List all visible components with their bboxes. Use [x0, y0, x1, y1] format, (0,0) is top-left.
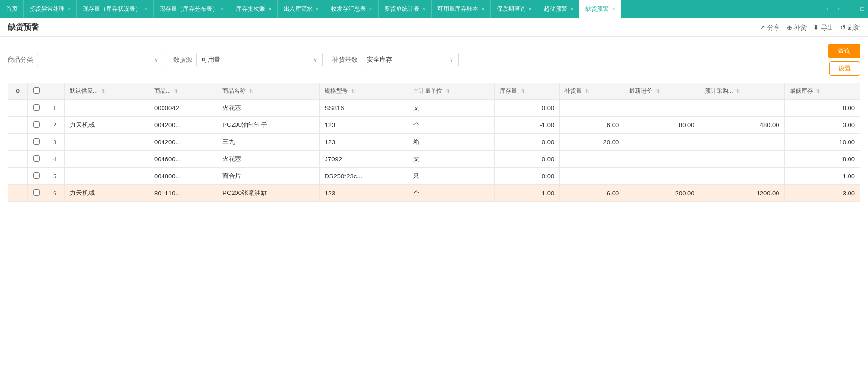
tab-close-shortage[interactable]: × [612, 6, 615, 12]
category-select[interactable]: ∨ [37, 54, 163, 66]
tab-order-stat[interactable]: 要货单统计表× [379, 0, 432, 18]
tab-label-abnormal: 拣货异常处理 [30, 5, 65, 13]
col-stock-label: 库存量 [500, 88, 517, 94]
select-all-checkbox[interactable] [33, 87, 40, 94]
tab-label-order-stat: 要货单统计表 [384, 5, 419, 13]
sort-stock-icon[interactable]: ⇅ [521, 88, 524, 94]
cell-product-name: 火花塞 [217, 151, 320, 168]
cell-supplier: 力天机械 [65, 185, 149, 202]
cell-replenish-qty: 20.00 [560, 134, 624, 151]
replenish-base-filter-group: 补货基数 安全库存 ∨ [332, 53, 459, 67]
tab-close-recv-summary[interactable]: × [369, 6, 372, 12]
cell-replenish-qty [560, 100, 624, 117]
table-row: 3004200...三九123箱0.0020.0010.00 [8, 134, 860, 151]
tab-abnormal[interactable]: 拣货异常处理× [24, 0, 77, 18]
cell-min-stock: 3.00 [784, 185, 860, 202]
query-button[interactable]: 查询 [828, 44, 860, 58]
cell-settings [8, 134, 28, 151]
tab-close-order-stat[interactable]: × [422, 6, 425, 12]
page-container: 缺货预警 ↗ 分享 ⊕ 补货 ⬇ 导出 ↺ 刷新 商品分类 [0, 18, 868, 387]
col-header-latest-price: 最新进价 ⇅ [624, 83, 700, 100]
tab-minimize-btn[interactable]: — [845, 0, 856, 18]
cell-product-name: 离合片 [217, 168, 320, 185]
filter-right-actions: 查询 设置 [828, 44, 860, 76]
tab-bar: 首页拣货异常处理×现存量（库存状况表）×现存量（库存分布表）×库存批次账×出入库… [0, 0, 868, 18]
cell-stock: 0.00 [495, 100, 560, 117]
cell-stock: 0.00 [495, 134, 560, 151]
cell-settings [8, 185, 28, 202]
cell-spec: DS250*23c... [320, 168, 408, 185]
cell-checkbox [28, 151, 45, 168]
tab-close-inventory-status[interactable]: × [144, 6, 147, 12]
sort-product-code-icon[interactable]: ⇅ [174, 88, 178, 94]
cell-index: 1 [45, 100, 65, 117]
cell-product-name: 火花塞 [217, 100, 320, 117]
cell-supplier: 力天机械 [65, 117, 149, 134]
col-product-code-label: 商品... [154, 88, 171, 94]
tab-close-avail-ledger[interactable]: × [481, 6, 484, 12]
tab-batch[interactable]: 库存批次账× [230, 0, 277, 18]
row-checkbox[interactable] [33, 189, 40, 196]
tab-close-inventory-dist[interactable]: × [221, 6, 224, 12]
row-checkbox[interactable] [33, 138, 40, 145]
tab-home[interactable]: 首页 [0, 0, 24, 18]
cell-unit: 个 [408, 185, 495, 202]
row-checkbox[interactable] [33, 104, 40, 111]
sort-product-name-icon[interactable]: ⇅ [249, 88, 253, 94]
tab-label-batch: 库存批次账 [236, 5, 265, 13]
cell-supplier [65, 151, 149, 168]
tab-maximize-btn[interactable]: □ [856, 0, 868, 18]
datasource-label: 数据源 [173, 55, 192, 64]
tab-label-expiry: 保质期查询 [497, 5, 526, 13]
tab-label-shortage: 缺货预警 [585, 5, 609, 13]
col-header-min-stock: 最低库存 ⇅ [784, 83, 860, 100]
tab-recv-summary[interactable]: 收发存汇总表× [325, 0, 378, 18]
row-checkbox[interactable] [33, 172, 40, 179]
tab-close-overstock[interactable]: × [570, 6, 573, 12]
cell-settings [8, 100, 28, 117]
cell-product-code: 004200... [149, 134, 217, 151]
sort-supplier-icon[interactable]: ⇅ [101, 88, 105, 94]
datasource-select[interactable]: 可用量 ∨ [196, 53, 323, 67]
replenish-base-select[interactable]: 安全库存 ∨ [362, 53, 459, 67]
gear-icon[interactable]: ⚙ [15, 88, 20, 95]
export-button[interactable]: ⬇ 导出 [814, 23, 833, 32]
sort-unit-icon[interactable]: ⇅ [446, 88, 450, 94]
share-button[interactable]: ↗ 分享 [760, 23, 780, 32]
tab-close-batch[interactable]: × [268, 6, 271, 12]
table-row: 5004800...离合片DS250*23c...只0.001.00 [8, 168, 860, 185]
sort-est-purchase-icon[interactable]: ⇅ [736, 88, 740, 94]
tab-prev-btn[interactable]: ‹ [821, 0, 833, 18]
tab-close-inout-flow[interactable]: × [316, 6, 319, 12]
tab-close-expiry[interactable]: × [529, 6, 532, 12]
tab-inventory-status[interactable]: 现存量（库存状况表）× [77, 0, 153, 18]
sort-min-stock-icon[interactable]: ⇅ [816, 88, 820, 94]
tab-expiry[interactable]: 保质期查询× [491, 0, 538, 18]
datasource-filter-group: 数据源 可用量 ∨ [173, 53, 323, 67]
cell-product-name: 三九 [217, 134, 320, 151]
sort-spec-icon[interactable]: ⇅ [351, 88, 355, 94]
tab-overstock[interactable]: 超储预警× [538, 0, 579, 18]
tab-inventory-dist[interactable]: 现存量（库存分布表）× [154, 0, 230, 18]
tab-avail-ledger[interactable]: 可用量库存账本× [432, 0, 490, 18]
cell-replenish-qty: 6.00 [560, 117, 624, 134]
sort-replenish-qty-icon[interactable]: ⇅ [585, 88, 589, 94]
cell-checkbox [28, 117, 45, 134]
table-row: 2力天机械004200...PC200油缸缸子123个-1.006.0080.0… [8, 117, 860, 134]
tab-close-abnormal[interactable]: × [68, 6, 71, 12]
col-min-stock-label: 最低库存 [790, 88, 813, 94]
cell-index: 6 [45, 185, 65, 202]
tab-inout-flow[interactable]: 出入库流水× [278, 0, 325, 18]
col-latest-price-label: 最新进价 [629, 88, 652, 94]
cell-product-name: PC200油缸缸子 [217, 117, 320, 134]
replenish-button[interactable]: ⊕ 补货 [787, 23, 807, 32]
refresh-button[interactable]: ↺ 刷新 [840, 23, 860, 32]
tab-shortage[interactable]: 缺货预警× [579, 0, 621, 18]
tab-next-btn[interactable]: › [833, 0, 845, 18]
row-checkbox[interactable] [33, 155, 40, 162]
datasource-chevron-icon: ∨ [313, 57, 317, 63]
row-checkbox[interactable] [33, 121, 40, 128]
settings-button[interactable]: 设置 [829, 61, 860, 76]
cell-supplier [65, 168, 149, 185]
sort-latest-price-icon[interactable]: ⇅ [656, 88, 660, 94]
